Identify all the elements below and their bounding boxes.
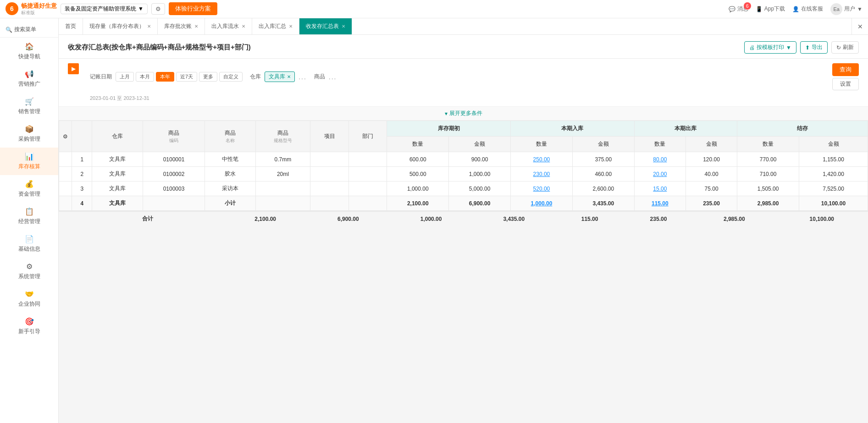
row-open-amt: 5,000.00: [449, 181, 511, 196]
page-title: 收发存汇总表(按仓库+商品编码+商品+规格型号+项目+部门): [68, 43, 251, 52]
row-in-qty[interactable]: 230.00: [511, 167, 573, 181]
row-out-qty[interactable]: 15.00: [634, 181, 686, 196]
app-download-button[interactable]: 📱 App下载: [756, 5, 785, 13]
row-out-amt: 75.00: [686, 181, 737, 196]
col-header-product-spec: 商品规格型号: [255, 121, 310, 152]
expand-filter-btn[interactable]: ▾ 展开更多条件: [59, 107, 868, 121]
product-more-dots[interactable]: ...: [329, 73, 337, 81]
sidebar-item-quick-nav[interactable]: 🏠 快捷导航: [0, 38, 58, 65]
tab-close-batch[interactable]: ✕: [194, 24, 198, 29]
search-icon: 🔍: [6, 27, 12, 33]
table-row: 1 文具库 0100001 中性笔 0.7mm 600.00 900.00 25…: [59, 152, 868, 167]
inventory-icon: 📊: [25, 152, 34, 161]
sidebar-item-enterprise[interactable]: 🤝 企业协同: [0, 285, 58, 313]
date-btn-custom[interactable]: 自定义: [219, 72, 243, 82]
row-out-qty[interactable]: 20.00: [634, 167, 686, 181]
sidebar-item-inventory[interactable]: 📊 库存核算: [0, 148, 58, 175]
date-btn-prev-month[interactable]: 上月: [116, 72, 134, 82]
settings-mini-button[interactable]: 设置: [832, 78, 859, 90]
col-header-product-name: 商品名称: [205, 121, 255, 152]
subtotal-open-qty: 2,100.00: [387, 196, 449, 211]
tab-receive-summary[interactable]: 收发存汇总表 ✕: [299, 18, 352, 34]
sidebar-item-operations[interactable]: 📋 经营管理: [0, 203, 58, 230]
data-table-wrapper: ⚙ 仓库 商品编码 商品名称 商品规格型号 项目 部门 库存期初 本期入库: [59, 121, 868, 211]
filter-date-group: 记账日期 上月 本月 本年 近7天 更多 自定义: [90, 72, 243, 82]
sidebar-item-finance[interactable]: 💰 资金管理: [0, 175, 58, 203]
row-open-qty: 1,000.00: [387, 181, 449, 196]
tab-close-inventory-dist[interactable]: ✕: [147, 24, 151, 29]
row-settings[interactable]: [59, 167, 72, 181]
tab-close-inout-summary[interactable]: ✕: [289, 24, 293, 29]
settings-button[interactable]: ⚙: [151, 3, 165, 15]
tab-inventory-dist[interactable]: 现存量（库存分布表） ✕: [83, 18, 158, 34]
sidebar-item-marketing[interactable]: 📢 营销推广: [0, 65, 58, 93]
filter-collapse-btn[interactable]: ▶: [68, 63, 79, 74]
tab-close-receive-summary[interactable]: ✕: [342, 24, 345, 29]
row-project: [310, 152, 349, 167]
subtotal-open-amt: 6,900.00: [449, 196, 511, 211]
table-settings-header[interactable]: ⚙: [59, 121, 72, 152]
row-department: [348, 181, 387, 196]
tab-batch[interactable]: 库存批次账 ✕: [158, 18, 205, 34]
total-close-qty: 2,985.00: [693, 212, 776, 226]
date-btn-7days[interactable]: 近7天: [176, 72, 197, 82]
tab-home[interactable]: 首页: [59, 18, 83, 34]
row-no: 2: [72, 167, 92, 181]
subtotal-in-qty[interactable]: 1,000.00: [511, 196, 573, 211]
sidebar-item-purchase[interactable]: 📦 采购管理: [0, 120, 58, 148]
filter-section: ▶ 记账日期 上月 本月 本年 近7天: [59, 59, 868, 107]
tab-close-inout-flow[interactable]: ✕: [242, 24, 245, 29]
table-row: 2 文具库 0100002 胶水 20ml 500.00 1,000.00 23…: [59, 167, 868, 181]
row-out-amt: 120.00: [686, 152, 737, 167]
tab-inout-flow[interactable]: 出入库流水 ✕: [205, 18, 252, 34]
row-open-qty: 600.00: [387, 152, 449, 167]
row-in-qty[interactable]: 520.00: [511, 181, 573, 196]
refresh-icon: ↻: [836, 44, 841, 51]
date-btn-more[interactable]: 更多: [199, 72, 217, 82]
subtotal-out-qty[interactable]: 115.00: [634, 196, 686, 211]
sidebar-item-system[interactable]: ⚙ 系统管理: [0, 258, 58, 285]
row-in-qty[interactable]: 250.00: [511, 152, 573, 167]
sidebar-item-guide[interactable]: 🎯 新手引导: [0, 313, 58, 340]
tab-inout-summary[interactable]: 出入库汇总 ✕: [252, 18, 299, 34]
row-project: [310, 167, 349, 181]
row-product-spec: 20ml: [255, 167, 310, 181]
row-in-amt: 375.00: [572, 152, 634, 167]
message-button[interactable]: 💬 消息 6: [729, 5, 748, 13]
row-settings[interactable]: [59, 181, 72, 196]
user-menu[interactable]: Ea 用户 ▼: [830, 3, 862, 15]
refresh-button[interactable]: ↻ 刷新: [831, 41, 859, 54]
query-button[interactable]: 查询: [832, 63, 859, 76]
row-open-qty: 500.00: [387, 167, 449, 181]
subtotal-warehouse: 文具库: [92, 196, 143, 211]
online-service-button[interactable]: 👤 在线客服: [792, 5, 823, 13]
trial-button[interactable]: 体验行业方案: [169, 2, 217, 15]
enterprise-icon: 🤝: [25, 290, 34, 298]
export-icon: ⬆: [805, 44, 810, 51]
finance-icon: 💰: [25, 180, 34, 188]
system-selector[interactable]: 装备及固定资产辅助管理系统 ▼: [61, 4, 148, 14]
tab-bar-close[interactable]: ✕: [851, 18, 868, 34]
total-row: 合计 2,100.00 6,900.00 1,000.00 3,435.00 1…: [59, 212, 868, 226]
export-button[interactable]: ⬆ 导出: [800, 41, 828, 54]
warehouse-more-dots[interactable]: ...: [299, 73, 307, 81]
row-settings[interactable]: [59, 152, 72, 167]
filter-product-group: 商品 ...: [314, 73, 337, 81]
logo-icon: 6: [6, 2, 18, 15]
date-btn-this-year[interactable]: 本年: [156, 72, 174, 82]
purchase-icon: 📦: [25, 125, 34, 133]
row-open-amt: 1,000.00: [449, 167, 511, 181]
total-label: 合计: [122, 212, 173, 226]
date-btn-this-month[interactable]: 本月: [136, 72, 154, 82]
row-out-amt: 40.00: [686, 167, 737, 181]
row-out-qty[interactable]: 80.00: [634, 152, 686, 167]
search-menu-item[interactable]: 🔍 搜索菜单: [0, 22, 58, 38]
print-button[interactable]: 🖨 按模板打印 ▼: [744, 41, 796, 54]
col-header-department: 部门: [348, 121, 387, 152]
subtotal-settings[interactable]: [59, 196, 72, 211]
sidebar-item-sales[interactable]: 🛒 销售管理: [0, 93, 58, 120]
row-project: [310, 181, 349, 196]
warehouse-tag-close[interactable]: ✕: [287, 74, 291, 79]
sidebar-item-basic[interactable]: 📄 基础信息: [0, 230, 58, 258]
data-table: ⚙ 仓库 商品编码 商品名称 商品规格型号 项目 部门 库存期初 本期入库: [59, 121, 868, 211]
